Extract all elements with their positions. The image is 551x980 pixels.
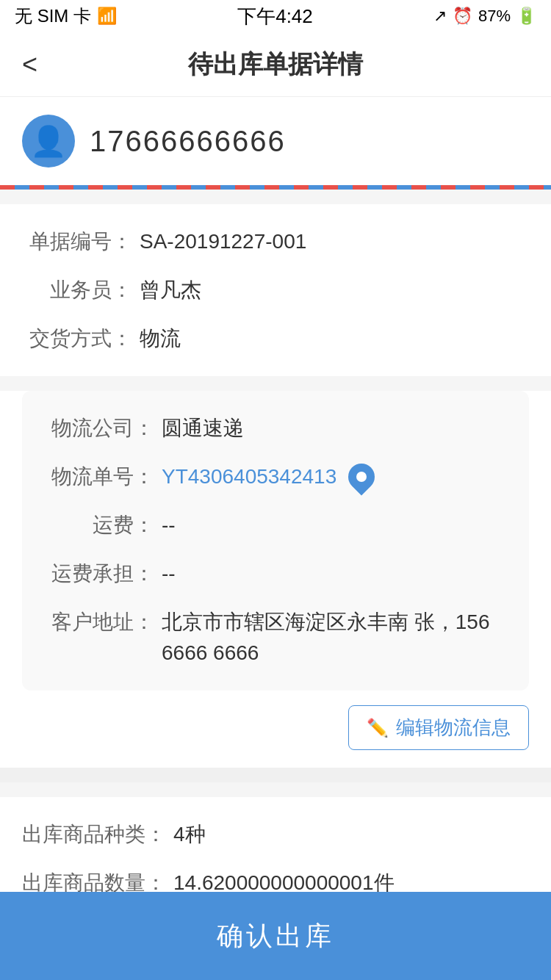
page-title: 待出库单据详情 (188, 48, 363, 82)
freight-value: -- (162, 510, 507, 541)
logistics-company-label: 物流公司： (44, 413, 162, 444)
order-info-section: 单据编号： SA-20191227-001 业务员： 曾凡杰 交货方式： 物流 (0, 204, 551, 376)
user-icon: 👤 (30, 124, 67, 159)
tracking-number-value: YT43064053424​13 (162, 461, 336, 492)
wifi-icon: 📶 (97, 7, 117, 26)
order-number-label: 单据编号： (22, 226, 140, 257)
time-label: 下午4:42 (237, 4, 313, 29)
logistics-outer: 物流公司： 圆通速递 物流单号： YT43064053424​13 运费： --… (0, 391, 551, 691)
freight-bearer-label: 运费承担： (44, 558, 162, 589)
sales-person-row: 业务员： 曾凡杰 (22, 275, 529, 306)
confirm-outbound-label: 确认出库 (217, 918, 334, 954)
carrier-label: 无 SIM 卡 (15, 4, 91, 28)
freight-bearer-value: -- (162, 558, 507, 589)
sales-person-value: 曾凡杰 (140, 275, 529, 306)
status-right: ↗ ⏰ 87% 🔋 (433, 7, 536, 26)
status-bar: 无 SIM 卡 📶 下午4:42 ↗ ⏰ 87% 🔋 (0, 0, 551, 32)
nav-bar: < 待出库单据详情 (0, 32, 551, 97)
order-number-value: SA-20191227-001 (140, 226, 529, 257)
battery-icon: 🔋 (516, 7, 536, 26)
tracking-number-row: 物流单号： YT43064053424​13 (44, 461, 507, 492)
edit-icon: ✏️ (367, 718, 389, 738)
confirm-outbound-button[interactable]: 确认出库 (0, 892, 551, 980)
logistics-company-value: 圆通速递 (162, 413, 507, 444)
dashed-divider (0, 185, 551, 190)
location-status-icon: ↗ (433, 7, 447, 26)
freight-bearer-row: 运费承担： -- (44, 558, 507, 589)
status-left: 无 SIM 卡 📶 (15, 4, 117, 28)
address-row: 客户地址： 北京市市辖区海淀区永丰南 张，156 6666 6666 (44, 607, 507, 669)
delivery-method-row: 交货方式： 物流 (22, 323, 529, 354)
avatar: 👤 (22, 115, 75, 167)
product-types-label: 出库商品种类： (22, 819, 173, 850)
freight-label: 运费： (44, 510, 162, 541)
location-icon[interactable] (343, 458, 381, 496)
delivery-method-label: 交货方式： (22, 323, 140, 354)
user-phone: 17666666666 (90, 125, 286, 158)
alarm-icon: ⏰ (453, 7, 472, 26)
user-header: 👤 17666666666 (0, 97, 551, 185)
tracking-number-label: 物流单号： (44, 461, 162, 492)
edit-logistics-btn-row: ✏️ 编辑物流信息 (0, 691, 551, 768)
tracking-number-value-container: YT43064053424​13 (162, 461, 507, 492)
product-types-value: 4种 (173, 819, 529, 850)
address-label: 客户地址： (44, 607, 162, 638)
logistics-card: 物流公司： 圆通速递 物流单号： YT43064053424​13 运费： --… (22, 391, 529, 691)
freight-row: 运费： -- (44, 510, 507, 541)
back-button[interactable]: < (22, 49, 37, 80)
edit-logistics-label: 编辑物流信息 (396, 715, 511, 741)
address-value: 北京市市辖区海淀区永丰南 张，156 6666 6666 (162, 607, 507, 669)
logistics-company-row: 物流公司： 圆通速递 (44, 413, 507, 444)
order-number-row: 单据编号： SA-20191227-001 (22, 226, 529, 257)
edit-logistics-button[interactable]: ✏️ 编辑物流信息 (348, 705, 529, 750)
sales-person-label: 业务员： (22, 275, 140, 306)
section-separator (0, 768, 551, 782)
battery-label: 87% (478, 7, 511, 26)
delivery-method-value: 物流 (140, 323, 529, 354)
product-types-row: 出库商品种类： 4种 (22, 819, 529, 850)
